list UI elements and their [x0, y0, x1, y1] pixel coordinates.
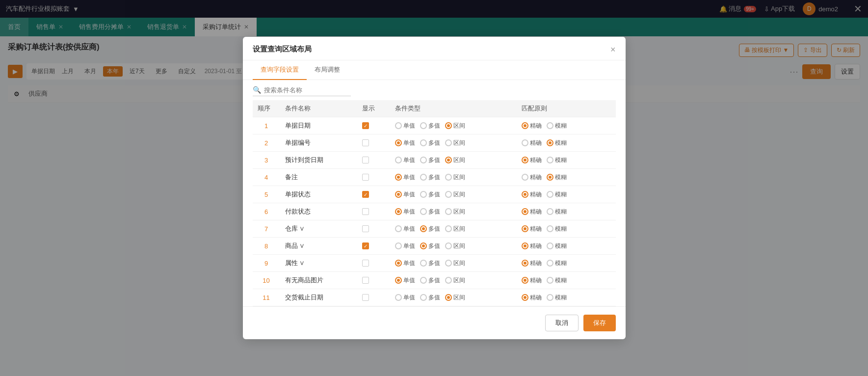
- dialog-tab-fields-label: 查询字段设置: [261, 66, 299, 73]
- settings-dialog: 设置查询区域布局 × 查询字段设置 布局调整 🔍 顺序: [243, 37, 626, 233]
- row-match-5[interactable]: 精确模糊: [517, 203, 616, 220]
- checkbox-2[interactable]: [362, 157, 369, 163]
- row-match-2[interactable]: 精确模糊: [517, 152, 616, 169]
- row-type-2[interactable]: 单值多值区间: [390, 152, 517, 169]
- table-row: 4备注单值多值区间精确模糊: [253, 169, 616, 186]
- row-order-5: 6: [253, 203, 280, 220]
- type-option-1-0[interactable]: 单值: [395, 139, 415, 147]
- th-show: 显示: [357, 100, 390, 117]
- radio-circle-type-0-0: [395, 122, 402, 129]
- type-option-6-0[interactable]: 单值: [395, 225, 415, 233]
- match-option-4-1[interactable]: 模糊: [547, 190, 567, 199]
- match-option-6-0[interactable]: 精确: [522, 225, 542, 233]
- row-name-5: 付款状态: [280, 203, 357, 220]
- row-match-1[interactable]: 精确模糊: [517, 134, 616, 152]
- row-match-4[interactable]: 精确模糊: [517, 186, 616, 203]
- match-option-2-0[interactable]: 精确: [522, 156, 542, 164]
- row-show-3[interactable]: [357, 169, 390, 186]
- row-type-3[interactable]: 单值多值区间: [390, 169, 517, 186]
- th-name: 条件名称: [280, 100, 357, 117]
- match-option-0-0[interactable]: 精确: [522, 122, 542, 130]
- radio-circle-type-3-2: [445, 174, 452, 181]
- dialog-tab-layout[interactable]: 布局调整: [307, 60, 348, 80]
- radio-circle-match-3-0: [522, 174, 528, 181]
- radio-circle-match-2-0: [522, 157, 528, 163]
- row-match-6[interactable]: 精确模糊: [517, 220, 616, 233]
- row-type-1[interactable]: 单值多值区间: [390, 134, 517, 152]
- dialog-close-button[interactable]: ×: [610, 45, 616, 54]
- type-option-2-1[interactable]: 多值: [420, 156, 440, 164]
- type-option-4-0[interactable]: 单值: [395, 190, 415, 199]
- type-option-3-1[interactable]: 多值: [420, 173, 440, 182]
- row-order-2: 3: [253, 152, 280, 169]
- type-option-5-1[interactable]: 多值: [420, 208, 440, 216]
- row-type-5[interactable]: 单值多值区间: [390, 203, 517, 220]
- radio-label-match-5-1: 模糊: [555, 208, 567, 216]
- radio-circle-match-4-1: [547, 191, 553, 198]
- row-type-0[interactable]: 单值多值区间: [390, 117, 517, 134]
- radio-circle-match-4-0: [522, 191, 528, 198]
- checkbox-1[interactable]: [362, 139, 369, 146]
- row-show-4[interactable]: [357, 186, 390, 203]
- type-option-0-0[interactable]: 单值: [395, 122, 415, 130]
- type-option-2-2[interactable]: 区间: [445, 156, 465, 164]
- radio-label-match-5-0: 精确: [530, 208, 542, 216]
- type-option-5-2[interactable]: 区间: [445, 208, 465, 216]
- match-option-5-0[interactable]: 精确: [522, 208, 542, 216]
- radio-label-match-2-0: 精确: [530, 156, 542, 164]
- match-option-6-1[interactable]: 模糊: [547, 225, 567, 233]
- dialog-tab-fields[interactable]: 查询字段设置: [253, 60, 307, 80]
- radio-label-type-1-1: 多值: [428, 139, 440, 147]
- radio-label-match-1-0: 精确: [530, 139, 542, 147]
- type-option-0-1[interactable]: 多值: [420, 122, 440, 130]
- type-option-5-0[interactable]: 单值: [395, 208, 415, 216]
- type-option-6-1[interactable]: 多值: [420, 225, 440, 233]
- th-match: 匹配原则: [517, 100, 616, 117]
- match-option-2-1[interactable]: 模糊: [547, 156, 567, 164]
- row-show-6[interactable]: [357, 220, 390, 233]
- table-row: 6付款状态单值多值区间精确模糊: [253, 203, 616, 220]
- match-option-3-1[interactable]: 模糊: [547, 173, 567, 182]
- row-type-4[interactable]: 单值多值区间: [390, 186, 517, 203]
- row-show-0[interactable]: [357, 117, 390, 134]
- checkbox-4[interactable]: [362, 191, 369, 198]
- type-option-4-2[interactable]: 区间: [445, 190, 465, 199]
- match-option-1-1[interactable]: 模糊: [547, 139, 567, 147]
- row-match-0[interactable]: 精确模糊: [517, 117, 616, 134]
- radio-circle-type-3-0: [395, 174, 402, 181]
- radio-label-match-4-1: 模糊: [555, 190, 567, 199]
- match-option-0-1[interactable]: 模糊: [547, 122, 567, 130]
- row-type-6[interactable]: 单值多值区间: [390, 220, 517, 233]
- match-option-1-0[interactable]: 精确: [522, 139, 542, 147]
- type-option-0-2[interactable]: 区间: [445, 122, 465, 130]
- radio-circle-match-5-1: [547, 208, 553, 215]
- type-option-6-2[interactable]: 区间: [445, 225, 465, 233]
- row-show-2[interactable]: [357, 152, 390, 169]
- radio-label-match-1-1: 模糊: [555, 139, 567, 147]
- radio-circle-match-1-1: [547, 139, 553, 146]
- type-option-2-0[interactable]: 单值: [395, 156, 415, 164]
- radio-label-type-0-0: 单值: [403, 122, 415, 130]
- type-option-3-2[interactable]: 区间: [445, 173, 465, 182]
- type-option-3-0[interactable]: 单值: [395, 173, 415, 182]
- checkbox-6[interactable]: [362, 225, 369, 232]
- search-input[interactable]: [264, 86, 342, 94]
- row-name-1: 单据编号: [280, 134, 357, 152]
- checkbox-5[interactable]: [362, 208, 369, 215]
- checkbox-0[interactable]: [362, 122, 369, 129]
- radio-label-type-4-0: 单值: [403, 190, 415, 199]
- dialog-tabs: 查询字段设置 布局调整: [243, 60, 626, 80]
- field-table: 顺序 条件名称 显示 条件类型 匹配原则 1单据日期单值多值区间精确模糊2单据编…: [243, 100, 626, 233]
- modal-overlay[interactable]: 设置查询区域布局 × 查询字段设置 布局调整 🔍 顺序: [0, 0, 868, 233]
- type-option-1-2[interactable]: 区间: [445, 139, 465, 147]
- match-option-4-0[interactable]: 精确: [522, 190, 542, 199]
- checkbox-3[interactable]: [362, 174, 369, 181]
- radio-circle-type-5-1: [420, 208, 427, 215]
- row-show-5[interactable]: [357, 203, 390, 220]
- type-option-4-1[interactable]: 多值: [420, 190, 440, 199]
- match-option-5-1[interactable]: 模糊: [547, 208, 567, 216]
- row-match-3[interactable]: 精确模糊: [517, 169, 616, 186]
- row-show-1[interactable]: [357, 134, 390, 152]
- type-option-1-1[interactable]: 多值: [420, 139, 440, 147]
- match-option-3-0[interactable]: 精确: [522, 173, 542, 182]
